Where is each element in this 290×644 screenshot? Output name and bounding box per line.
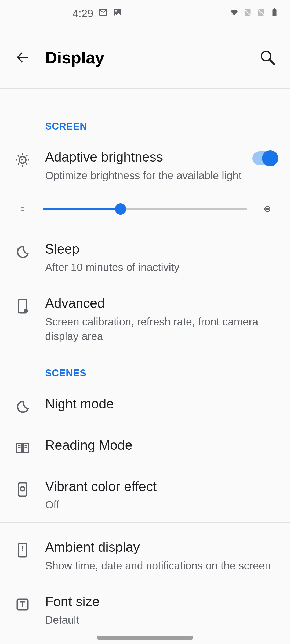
- adaptive-brightness-title: Adaptive brightness: [45, 149, 247, 166]
- page-title: Display: [45, 48, 104, 67]
- row-ambient-display[interactable]: Ambient display Show time, date and noti…: [0, 523, 290, 583]
- svg-text:A: A: [21, 158, 24, 163]
- search-icon: [259, 49, 276, 65]
- search-button[interactable]: [258, 48, 277, 67]
- arrow-left-icon: [15, 50, 30, 65]
- advanced-title: Advanced: [45, 295, 272, 312]
- phone-gear-icon: [13, 297, 32, 316]
- ambient-display-title: Ambient display: [45, 539, 272, 556]
- row-advanced[interactable]: Advanced Screen calibration, refresh rat…: [0, 285, 290, 354]
- moon-icon: [13, 397, 32, 416]
- image-icon: [113, 8, 122, 20]
- brightness-slider-row: [0, 193, 290, 230]
- sleep-icon: zz: [13, 242, 32, 262]
- brightness-low-icon: [13, 205, 32, 213]
- section-header-scenes: SCENES: [0, 354, 290, 385]
- app-bar: Display: [0, 27, 290, 89]
- brightness-high-icon: [258, 205, 277, 213]
- brightness-slider-thumb[interactable]: [115, 203, 126, 215]
- sim1-disabled-icon: [243, 8, 252, 20]
- row-font-size[interactable]: Font size Default: [0, 583, 290, 638]
- font-size-title: Font size: [45, 593, 272, 610]
- svg-text:zz: zz: [17, 246, 21, 251]
- svg-point-32: [21, 487, 25, 491]
- vibrant-color-subtitle: Off: [45, 497, 272, 512]
- status-bar: 4:29: [0, 0, 290, 27]
- adaptive-brightness-subtitle: Optimize brightness for the available li…: [45, 168, 247, 183]
- font-size-subtitle: Default: [45, 613, 272, 627]
- mail-icon: [98, 8, 108, 20]
- gesture-nav-handle[interactable]: [97, 636, 193, 640]
- row-night-mode[interactable]: Night mode: [0, 385, 290, 427]
- vibrant-color-title: Vibrant color effect: [45, 478, 272, 495]
- sleep-title: Sleep: [45, 241, 272, 258]
- wifi-icon: [229, 8, 239, 20]
- row-adaptive-brightness[interactable]: A Adaptive brightness Optimize brightnes…: [0, 138, 290, 193]
- svg-line-18: [18, 164, 19, 165]
- book-icon: [13, 438, 32, 458]
- back-button[interactable]: [13, 48, 32, 67]
- section-header-screen: SCREEN: [0, 107, 290, 138]
- advanced-subtitle: Screen calibration, refresh rate, front …: [45, 314, 272, 343]
- row-vibrant-color[interactable]: Vibrant color effect Off: [0, 468, 290, 522]
- svg-point-23: [266, 208, 269, 210]
- reading-mode-title: Reading Mode: [45, 437, 272, 454]
- ambient-icon: [13, 540, 32, 560]
- svg-point-21: [21, 207, 24, 211]
- night-mode-title: Night mode: [45, 396, 272, 412]
- adaptive-brightness-toggle[interactable]: [252, 151, 277, 165]
- svg-line-10: [270, 60, 274, 64]
- battery-icon: [270, 8, 279, 20]
- brightness-slider[interactable]: [43, 204, 247, 214]
- svg-rect-8: [274, 8, 275, 10]
- row-sleep[interactable]: zz Sleep After 10 minutes of inactivity: [0, 230, 290, 285]
- svg-line-16: [18, 155, 19, 156]
- font-size-icon: [13, 595, 32, 614]
- svg-point-2: [115, 10, 117, 12]
- phone-palette-icon: [13, 480, 32, 499]
- svg-line-17: [26, 164, 27, 165]
- svg-rect-31: [19, 483, 27, 496]
- row-reading-mode[interactable]: Reading Mode: [0, 427, 290, 468]
- ambient-display-subtitle: Show time, date and notifications on the…: [45, 558, 272, 573]
- sleep-subtitle: After 10 minutes of inactivity: [45, 260, 272, 275]
- svg-rect-7: [273, 9, 277, 16]
- sim2-disabled-icon: [256, 8, 266, 20]
- svg-point-26: [24, 309, 28, 313]
- brightness-auto-icon: A: [13, 150, 32, 170]
- status-time: 4:29: [73, 8, 93, 20]
- svg-line-19: [26, 155, 27, 156]
